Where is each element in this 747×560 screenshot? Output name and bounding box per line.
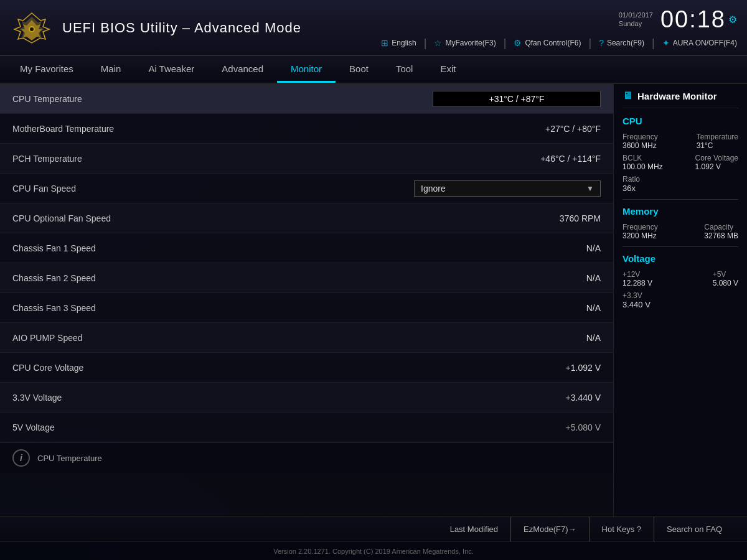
monitor-label: AIO PUMP Speed xyxy=(12,333,414,343)
nav-item-exit[interactable]: Exit xyxy=(426,56,469,83)
sidebar-value: 12.288 V xyxy=(622,279,652,287)
monitor-label: CPU Optional Fan Speed xyxy=(12,213,414,223)
svg-point-3 xyxy=(30,27,34,31)
sidebar-row: Frequency3600 MHzTemperature31°C xyxy=(622,133,738,150)
sidebar-value: 36x xyxy=(622,184,738,193)
nav-item-ai-tweaker[interactable]: Ai Tweaker xyxy=(134,56,208,83)
sidebar-value: 32768 MB xyxy=(704,231,738,240)
sidebar-label: +12V xyxy=(622,270,652,279)
shortcut-myfavorite-f--[interactable]: ☆MyFavorite(F3) xyxy=(434,38,496,48)
monitor-label: 5V Voltage xyxy=(12,422,414,432)
monitor-value: +3.440 V xyxy=(414,393,601,403)
monitor-row[interactable]: CPU Fan SpeedIgnore▼ xyxy=(0,174,613,203)
monitor-value: N/A xyxy=(414,273,601,283)
sidebar-label: Ratio xyxy=(622,175,738,184)
info-text: CPU Temperature xyxy=(37,454,102,463)
status-item-ezmode-f---[interactable]: EzMode(F7)→ xyxy=(511,517,590,541)
shortcut-qfan-control-f--[interactable]: ⚙Qfan Control(F6) xyxy=(514,38,581,48)
value-text: +27°C / +80°F xyxy=(545,124,601,134)
sidebar-title: 🖥 Hardware Monitor xyxy=(622,90,738,108)
sidebar-row: BCLK100.00 MHzCore Voltage1.092 V xyxy=(622,154,738,171)
sidebar-label: Capacity xyxy=(704,223,738,231)
info-box: i CPU Temperature xyxy=(0,442,613,473)
sidebar-value: 3600 MHz xyxy=(622,141,658,150)
monitor-value: +27°C / +80°F xyxy=(414,124,601,134)
nav-item-advanced[interactable]: Advanced xyxy=(208,56,277,83)
monitor-value: +1.092 V xyxy=(414,363,601,373)
separator: | xyxy=(424,37,427,50)
shortcut-icon: ⚙ xyxy=(514,38,522,48)
bottom-bar: Version 2.20.1271. Copyright (C) 2019 Am… xyxy=(0,541,747,560)
monitor-row: CPU Temperature+31°C / +87°F xyxy=(0,84,613,114)
sidebar-value: 3200 MHz xyxy=(622,231,658,240)
monitor-label: CPU Fan Speed xyxy=(12,184,414,194)
sidebar-label: +3.3V xyxy=(622,291,738,300)
monitor-value: N/A xyxy=(414,243,601,253)
monitor-label: Chassis Fan 2 Speed xyxy=(12,273,414,283)
sidebar-row: Frequency3200 MHzCapacity32768 MB xyxy=(622,223,738,240)
nav-item-monitor[interactable]: Monitor xyxy=(277,56,336,83)
dropdown-label: Ignore xyxy=(421,184,446,194)
value-text: +1.092 V xyxy=(566,363,601,373)
header-time: 00:18 xyxy=(660,6,726,33)
value-text: N/A xyxy=(586,303,601,313)
shortcut-english[interactable]: ⊞English xyxy=(381,38,416,48)
value-dropdown[interactable]: Ignore▼ xyxy=(414,180,601,197)
value-text: +3.440 V xyxy=(566,393,601,403)
header-title: UEFI BIOS Utility – Advanced Mode xyxy=(62,20,381,36)
logo xyxy=(10,9,54,47)
status-item-hot-keys--[interactable]: Hot Keys ? xyxy=(590,517,655,541)
sidebar-value: 5.080 V xyxy=(713,279,738,287)
sidebar-value: 100.00 MHz xyxy=(622,162,663,171)
monitor-label: CPU Core Voltage xyxy=(12,363,414,373)
chevron-down-icon: ▼ xyxy=(586,184,594,193)
sidebar-divider xyxy=(622,199,738,200)
status-bar: Last ModifiedEzMode(F7)→Hot Keys ?Search… xyxy=(0,516,747,541)
monitor-value: N/A xyxy=(414,333,601,343)
hardware-monitor-sidebar: 🖥 Hardware Monitor CPUFrequency3600 MHzT… xyxy=(613,84,747,516)
shortcut-icon: ✦ xyxy=(662,38,670,48)
monitor-row: CPU Core Voltage+1.092 V xyxy=(0,353,613,383)
header-date: 01/01/2017 Sunday xyxy=(619,11,653,29)
value-text: N/A xyxy=(586,333,601,343)
value-text: N/A xyxy=(586,243,601,253)
monitor-row: Chassis Fan 3 SpeedN/A xyxy=(0,293,613,323)
sidebar-label: Core Voltage xyxy=(695,154,738,162)
status-item-last-modified[interactable]: Last Modified xyxy=(438,517,511,541)
monitor-row: CPU Optional Fan Speed3760 RPM xyxy=(0,203,613,233)
monitor-label: MotherBoard Temperature xyxy=(12,124,414,134)
shortcut-search-f--[interactable]: ?Search(F9) xyxy=(599,38,644,48)
version-text: Version 2.20.1271. Copyright (C) 2019 Am… xyxy=(273,548,474,555)
value-text: +46°C / +114°F xyxy=(540,154,601,164)
nav-item-boot[interactable]: Boot xyxy=(336,56,382,83)
sidebar-row: +12V12.288 V+5V5.080 V xyxy=(622,270,738,287)
monitor-label: Chassis Fan 3 Speed xyxy=(12,303,414,313)
sidebar-section-title-memory: Memory xyxy=(622,206,738,217)
monitor-value: +46°C / +114°F xyxy=(414,154,601,164)
monitor-row: 5V Voltage+5.080 V xyxy=(0,413,613,442)
sidebar-title-text: Hardware Monitor xyxy=(637,91,717,101)
shortcut-icon: ☆ xyxy=(434,38,442,48)
settings-icon[interactable]: ⚙ xyxy=(728,14,737,26)
header-right: 01/01/2017 Sunday 00:18 ⚙ ⊞English|☆MyFa… xyxy=(381,6,737,50)
monitor-value: +31°C / +87°F xyxy=(414,91,601,107)
value-text: +5.080 V xyxy=(566,422,601,432)
monitor-row: Chassis Fan 1 SpeedN/A xyxy=(0,233,613,263)
separator: | xyxy=(652,37,655,50)
shortcut-aura-on-off-f--[interactable]: ✦AURA ON/OFF(F4) xyxy=(662,38,737,48)
sidebar-divider xyxy=(622,246,738,247)
monitor-row: Chassis Fan 2 SpeedN/A xyxy=(0,263,613,293)
sidebar-section-title-cpu: CPU xyxy=(622,116,738,126)
nav-item-my-favorites[interactable]: My Favorites xyxy=(6,56,87,83)
sidebar-label: BCLK xyxy=(622,154,663,162)
monitor-value: +5.080 V xyxy=(414,422,601,432)
nav-item-tool[interactable]: Tool xyxy=(382,56,427,83)
shortcut-icon: ? xyxy=(599,38,604,48)
nav-item-main[interactable]: Main xyxy=(87,56,135,83)
monitor-icon: 🖥 xyxy=(622,90,632,101)
sidebar-label: Temperature xyxy=(697,133,738,141)
monitor-row: 3.3V Voltage+3.440 V xyxy=(0,383,613,413)
status-item-search-on-faq[interactable]: Search on FAQ xyxy=(654,517,735,541)
sidebar-value: 31°C xyxy=(697,141,738,150)
value-text: N/A xyxy=(586,273,601,283)
